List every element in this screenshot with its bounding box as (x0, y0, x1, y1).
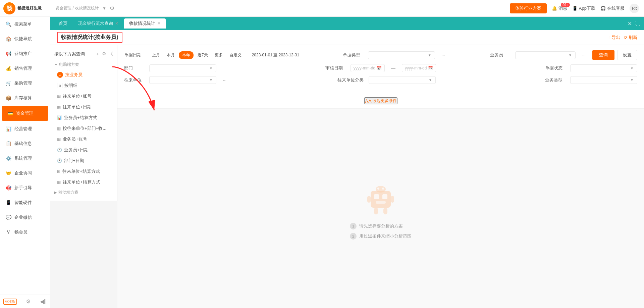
collapse-icon[interactable]: ◀|| (40, 298, 47, 305)
dropdown-icon[interactable]: ▼ (102, 6, 106, 11)
content-area: 按以下方案查询 ＋ ⚙ 《 ▼ 电脑端方案 人 按业务员 (50, 45, 644, 308)
tree-item-dept-date[interactable]: 🕐 部门+日期 (50, 155, 117, 166)
settings-button[interactable]: 设置 (617, 50, 637, 60)
tab-bank-close[interactable]: ✕ (115, 21, 118, 26)
date-tab-last7days[interactable]: 近7天 (195, 51, 211, 59)
page-header: 收款情况统计(按业务员) ↑ 导出 ↺ 刷新 (50, 30, 644, 45)
operation-icon: 📊 (5, 125, 12, 132)
tab-bank-label: 现金银行流水查询 (78, 20, 113, 27)
tab-receipt-close[interactable]: ✕ (157, 21, 161, 26)
hint-text-1: 请先选择要分析的方案 (359, 223, 403, 229)
tree-item-unit-account[interactable]: ▦ 往来单位+账号 (50, 91, 117, 102)
sidebar-item-inventory[interactable]: 📦 库存核算 (0, 91, 50, 105)
window-maximize-btn[interactable]: ⛶ (635, 20, 641, 27)
export-button[interactable]: ↑ 导出 (608, 35, 621, 41)
sidebar-item-marketing[interactable]: 📢 营销推广 (0, 46, 50, 61)
tab-receipt[interactable]: 收款情况统计 ✕ (124, 18, 166, 29)
filter-row-3: 往来单位 ▼ ··· 往来单位分类 ▼ 业务类型 (124, 76, 637, 84)
refresh-button[interactable]: ↺ 刷新 (624, 35, 637, 41)
date-tab-last-month[interactable]: 上月 (149, 51, 163, 59)
svg-rect-6 (391, 196, 394, 203)
online-service-button[interactable]: 🎧 在线客服 (600, 5, 625, 11)
sidebar-item-quick[interactable]: 🏠 快捷导航 (0, 32, 50, 46)
source-label: 往来单位 (124, 77, 144, 83)
sidebar-item-enterprise[interactable]: 🤝 企业协同 (0, 166, 50, 181)
section-desktop[interactable]: ▼ 电脑端方案 (50, 60, 117, 69)
source-more[interactable]: ··· (221, 78, 228, 83)
sidebar: 畅 畅捷通好生意 🔍 搜索菜单 🏠 快捷导航 📢 营销推广 💰 销售管理 🛒 采… (0, 0, 50, 308)
tree-item-unit-settle1[interactable]: ⊞ 往来单位+结算方式 (50, 166, 117, 177)
panel-header: 按以下方案查询 ＋ ⚙ 《 (50, 48, 117, 60)
receipt-status-arrow: ▼ (630, 66, 634, 70)
trial-button[interactable]: 体验行业方案 (510, 3, 547, 13)
sidebar-item-purchase[interactable]: 🛒 采购管理 (0, 76, 50, 91)
sidebar-item-quick-label: 快捷导航 (14, 36, 32, 42)
query-button[interactable]: 查询 (592, 50, 614, 60)
user-avatar[interactable]: Rit (630, 4, 639, 13)
tree-item-unit-settle2[interactable]: ▦ 往来单位+结算方式 (50, 177, 117, 188)
tree-item-salesman-settle[interactable]: 📊 业务员+结算方式 (50, 112, 117, 123)
breadcrumb: 资金管理 / 收款情况统计 (55, 5, 99, 11)
sidebar-item-sales[interactable]: 💰 销售管理 (0, 61, 50, 76)
sidebar-item-search-label: 搜索菜单 (14, 21, 32, 27)
date-range-display: 2023-01-01 至 2023-12-31 (252, 52, 299, 58)
section-mobile[interactable]: ▶ 移动端方案 (50, 188, 117, 197)
tab-home[interactable]: 首页 (54, 18, 72, 29)
receipt-type-select[interactable]: ▼ (368, 51, 435, 59)
collapse-button[interactable]: ⋀⋀ 收起更多条件 (364, 97, 397, 104)
sidebar-item-hardware[interactable]: 📱 智能硬件 (0, 195, 50, 210)
sidebar-bottom: 标准版 ⚙ ◀|| (0, 295, 50, 308)
window-close-btn[interactable]: ✕ (628, 20, 632, 27)
salesman-select[interactable]: ▼ (515, 51, 576, 59)
source-category-select[interactable]: ▼ (369, 76, 436, 84)
date-separator: — (390, 66, 397, 71)
salesman-more[interactable]: ··· (581, 53, 587, 57)
message-button[interactable]: 🔔 消息 99+ (552, 5, 567, 11)
sidebar-item-fund[interactable]: 💳 资金管理 (2, 106, 48, 121)
tree-item-salesman-date[interactable]: 🕐 业务员+日期 (50, 145, 117, 155)
review-date-from[interactable]: yyyy-mm-dd 📅 (351, 64, 385, 72)
biz-type-select[interactable]: ▼ (570, 76, 637, 84)
receipt-type-arrow: ▼ (428, 53, 431, 57)
sidebar-item-member[interactable]: V 畅会员 (0, 225, 50, 240)
tree-item-salesman-account[interactable]: ▦ 业务员+账号 (50, 134, 117, 145)
dept-select[interactable]: ▼ (149, 64, 216, 72)
review-date-to[interactable]: yyyy-mm-dd 📅 (402, 64, 436, 72)
sidebar-item-basic[interactable]: 📋 基础信息 (0, 136, 50, 151)
app-download-button[interactable]: 📱 App下载 (572, 5, 595, 11)
basic-icon: 📋 (5, 140, 12, 147)
sidebar-item-wechat[interactable]: 💬 企业微信 (0, 210, 50, 225)
tree-item-unit-dept-recv-label: 按往来单位+部门+收... (63, 125, 106, 132)
sidebar-item-guide[interactable]: 🎯 新手引导 (0, 181, 50, 195)
receipt-status-select[interactable]: ▼ (570, 64, 637, 72)
settings-gear-icon[interactable]: ⚙ (110, 5, 114, 11)
sidebar-item-search[interactable]: 🔍 搜索菜单 (0, 17, 50, 32)
filter-row-2: 部门 ▼ 审核日期 yyyy-mm-dd 📅 — yyyy-mm-dd 📅 (124, 64, 637, 72)
tree-item-by-detail[interactable]: ⊞ 按明细 (50, 80, 117, 91)
date-tab-this-month[interactable]: 本月 (164, 51, 177, 59)
settings-icon[interactable]: ⚙ (26, 298, 31, 305)
date-tab-custom[interactable]: 自定义 (227, 51, 244, 59)
hint-item-1: 1 请先选择要分析的方案 (350, 223, 412, 229)
calendar-icon-to: 📅 (428, 66, 433, 70)
add-scheme-icon[interactable]: ＋ (95, 51, 100, 57)
tree-item-unit-dept-recv[interactable]: ▦ 按往来单位+部门+收... (50, 123, 117, 134)
sidebar-item-operation[interactable]: 📊 经营管理 (0, 121, 50, 136)
date-tab-more[interactable]: 更多 (212, 51, 225, 59)
source-select[interactable]: ▼ (149, 76, 216, 84)
sidebar-item-sales-label: 销售管理 (14, 65, 32, 71)
gear-scheme-icon[interactable]: ⚙ (102, 51, 106, 57)
date-tab-this-year[interactable]: 本年 (179, 51, 194, 59)
hint-num-2: 2 (350, 233, 357, 240)
collapse-panel-icon[interactable]: 《 (108, 51, 113, 57)
panel-header-label: 按以下方案查询 (54, 51, 85, 57)
tree-item-salesman-account-label: 业务员+账号 (63, 136, 87, 142)
sidebar-item-system[interactable]: ⚙️ 系统管理 (0, 151, 50, 166)
tree-item-by-salesman[interactable]: 人 按业务员 (50, 69, 117, 80)
tree-item-unit-date[interactable]: ▦ 往来单位+日期 (50, 102, 117, 112)
tab-bank[interactable]: 现金银行流水查询 ✕ (73, 18, 123, 29)
unit-settle2-icon: ▦ (57, 180, 61, 185)
receipt-type-more[interactable]: ··· (440, 53, 447, 57)
download-icon: 📱 (572, 6, 578, 11)
receipt-type-label: 单据类型 (343, 52, 363, 58)
